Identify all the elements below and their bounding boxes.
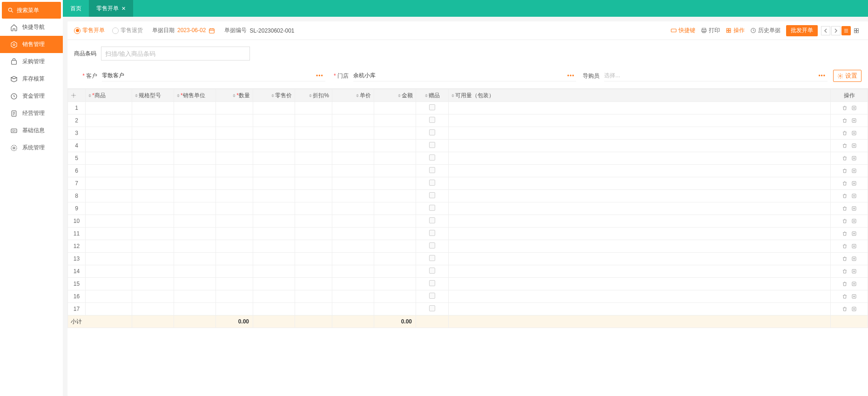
col-qty[interactable]: *数量 [216,89,253,102]
cell-retail[interactable] [253,290,295,303]
cell-price[interactable] [332,177,374,190]
table-row[interactable]: 14 [68,265,868,278]
cell-unit[interactable] [174,102,216,114]
cell-product[interactable] [86,215,132,228]
shortcut-button[interactable]: 快捷键 [668,27,698,34]
table-row[interactable]: 9 [68,202,868,215]
cell-unit[interactable] [174,265,216,278]
cell-retail[interactable] [253,152,295,165]
cell-price[interactable] [332,215,374,228]
table-row[interactable]: 6 [68,165,868,177]
cell-product[interactable] [86,102,132,114]
cell-spec[interactable] [132,278,174,290]
cell-product[interactable] [86,303,132,315]
cell-unit[interactable] [174,140,216,152]
cell-discount[interactable] [295,290,332,303]
cell-price[interactable] [332,190,374,202]
table-row[interactable]: 7 [68,177,868,190]
cell-retail[interactable] [253,202,295,215]
cell-qty[interactable] [216,114,253,127]
cell-product[interactable] [86,127,132,140]
cell-gift[interactable] [416,278,449,290]
cell-spec[interactable] [132,303,174,315]
cell-price[interactable] [332,303,374,315]
cell-gift[interactable] [416,253,449,265]
delete-row-button[interactable] [841,230,848,237]
cell-spec[interactable] [132,202,174,215]
cell-product[interactable] [86,278,132,290]
cell-qty[interactable] [216,152,253,165]
cell-product[interactable] [86,290,132,303]
checkbox-icon[interactable] [429,280,435,286]
cell-avail[interactable] [449,177,831,190]
add-row-button[interactable] [850,142,858,149]
cell-product[interactable] [86,265,132,278]
cell-discount[interactable] [295,127,332,140]
cell-retail[interactable] [253,303,295,315]
table-row[interactable]: 11 [68,228,868,240]
add-row-button[interactable] [850,268,858,275]
add-row-button[interactable] [850,205,858,212]
history-button[interactable]: 历史单据 [747,27,783,34]
cell-discount[interactable] [295,102,332,114]
add-row-button[interactable] [850,180,858,187]
cell-amount[interactable] [374,177,416,190]
table-row[interactable]: 12 [68,240,868,253]
cell-price[interactable] [332,290,374,303]
cell-discount[interactable] [295,303,332,315]
delete-row-button[interactable] [841,167,848,175]
cell-avail[interactable] [449,190,831,202]
cell-retail[interactable] [253,215,295,228]
grid-view-button[interactable] [852,26,861,35]
table-row[interactable]: 13 [68,253,868,265]
cell-qty[interactable] [216,177,253,190]
cell-qty[interactable] [216,240,253,253]
add-row-button[interactable] [850,104,858,112]
table-row[interactable]: 10 [68,215,868,228]
cell-spec[interactable] [132,140,174,152]
search-menu-button[interactable]: 搜索菜单 [2,2,61,19]
cell-discount[interactable] [295,228,332,240]
table-row[interactable]: 16 [68,290,868,303]
cell-gift[interactable] [416,127,449,140]
add-row-button[interactable] [850,293,858,300]
col-gift[interactable]: 赠品 [416,89,449,102]
cell-retail[interactable] [253,228,295,240]
ellipsis-icon[interactable]: ••• [316,73,323,79]
cell-avail[interactable] [449,290,831,303]
delete-row-button[interactable] [841,268,848,275]
cell-unit[interactable] [174,190,216,202]
cell-qty[interactable] [216,265,253,278]
delete-row-button[interactable] [841,255,848,262]
cell-amount[interactable] [374,152,416,165]
cell-price[interactable] [332,228,374,240]
checkbox-icon[interactable] [429,205,435,211]
cell-unit[interactable] [174,228,216,240]
cell-spec[interactable] [132,253,174,265]
delete-row-button[interactable] [841,154,848,162]
cell-retail[interactable] [253,140,295,152]
cell-price[interactable] [332,265,374,278]
delete-row-button[interactable] [841,293,848,300]
nav-item-0[interactable]: 快捷导航 [0,19,63,36]
cell-discount[interactable] [295,240,332,253]
cell-avail[interactable] [449,140,831,152]
cell-gift[interactable] [416,202,449,215]
cell-product[interactable] [86,114,132,127]
print-button[interactable]: 打印 [698,27,723,34]
guide-field[interactable]: 导购员 选择...••• [576,70,828,81]
cell-discount[interactable] [295,215,332,228]
checkbox-icon[interactable] [429,268,435,274]
col-price[interactable]: 单价 [332,89,374,102]
cell-avail[interactable] [449,303,831,315]
cell-discount[interactable] [295,265,332,278]
cell-avail[interactable] [449,127,831,140]
cell-spec[interactable] [132,127,174,140]
cell-discount[interactable] [295,114,332,127]
cell-discount[interactable] [295,202,332,215]
delete-row-button[interactable] [841,242,848,250]
cell-unit[interactable] [174,278,216,290]
nav-item-7[interactable]: 系统管理 [0,139,63,156]
calendar-icon[interactable] [209,27,215,34]
cell-avail[interactable] [449,202,831,215]
